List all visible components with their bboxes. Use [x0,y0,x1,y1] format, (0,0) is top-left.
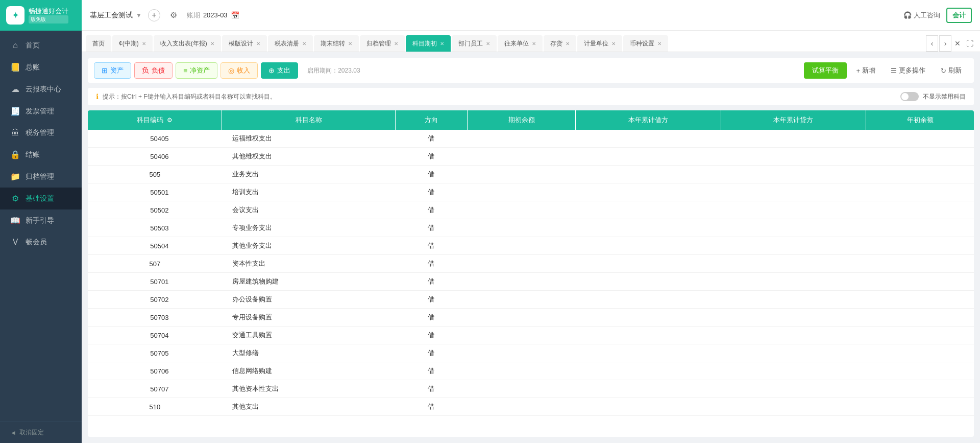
table-row[interactable]: 510其他支出借 [88,398,974,416]
more-ops-button[interactable]: ☰ 更多操作 [885,63,932,78]
tab-close-department[interactable]: ✕ [486,41,490,46]
sidebar-bottom[interactable]: ◄ 取消固定 [0,422,82,443]
tab-template[interactable]: 模版设计✕ [222,35,267,52]
table-row[interactable]: 50701房屋建筑物购建借 [88,273,974,291]
cell-year-opening [866,255,974,273]
table-row[interactable]: 50703专用设备购置借 [88,309,974,327]
add-button[interactable]: + 新增 [850,63,881,78]
tab-close-period_end[interactable]: ✕ [348,41,352,46]
cell-code: 50704 [88,327,222,344]
sidebar-item-ledger[interactable]: 📒 总账 [0,56,82,78]
tab-close-income_annual[interactable]: ✕ [210,41,214,46]
table-row[interactable]: 50501培训支出借 [88,183,974,201]
table-row[interactable]: 50405运福维权支出借 [88,130,974,148]
cell-year-debit [576,309,721,327]
tab-close-interim[interactable]: ✕ [142,41,146,46]
sidebar-item-member[interactable]: V 畅会员 [0,231,82,253]
cell-code: 50503 [88,219,222,237]
sidebar-item-invoice[interactable]: 🧾 发票管理 [0,100,82,122]
cell-year-debit [576,148,721,166]
cell-year-credit [721,291,866,309]
category-bar: ⊞ 资产 负 负债 ≡ 净资产 ◎ 收入 ⊕ 支出 启用期间：2023.03 试… [88,58,974,83]
tab-home[interactable]: 首页 [86,35,111,52]
tab-archive[interactable]: 归档管理✕ [360,35,405,52]
table-row[interactable]: 505业务支出借 [88,166,974,183]
sidebar-item-reports[interactable]: ☁ 云报表中心 [0,78,82,100]
help-button[interactable]: 🎧 人工咨询 [903,11,940,20]
cell-year-opening [866,380,974,398]
tab-tax_form[interactable]: 税表清册✕ [268,35,313,52]
th-direction: 方向 [395,110,467,130]
sidebar-item-archive[interactable]: 📁 归档管理 [0,166,82,188]
tabs-close-all-button[interactable]: ✕ [951,35,964,52]
settings-icon[interactable]: ⚙ [166,8,181,22]
tab-close-vendor[interactable]: ✕ [532,41,536,46]
tab-close-template[interactable]: ✕ [256,41,260,46]
tab-interim[interactable]: ¢(中期)✕ [112,35,153,52]
cell-opening-balance [467,309,576,327]
sidebar-item-home[interactable]: ⌂ 首页 [0,35,82,56]
cell-year-opening [866,327,974,344]
tabs-next-button[interactable]: › [939,35,951,52]
company-selector[interactable]: 基层工会测试 ▼ [90,11,142,20]
cell-year-credit [721,398,866,416]
sidebar-item-settings[interactable]: ⚙ 基础设置 [0,188,82,209]
cat-tab-expense[interactable]: ⊕ 支出 [261,62,298,79]
cell-year-opening [866,344,974,362]
table-row[interactable]: 50706信息网络购建借 [88,362,974,380]
cat-tab-income[interactable]: ◎ 收入 [220,62,258,79]
sidebar-collapse-icon: ◄ [10,429,16,436]
cat-tab-asset[interactable]: ⊞ 资产 [94,62,131,79]
cell-direction: 借 [395,166,467,183]
cell-opening-balance [467,344,576,362]
cat-tab-net_asset[interactable]: ≡ 净资产 [176,62,217,79]
tab-close-subject_init[interactable]: ✕ [440,41,444,46]
cell-opening-balance [467,148,576,166]
calc-balance-button[interactable]: 试算平衡 [804,62,847,79]
tab-subject_init[interactable]: 科目期初✕ [406,35,451,52]
table-row[interactable]: 50704交通工具购置借 [88,327,974,344]
tab-close-inventory[interactable]: ✕ [566,41,570,46]
add-company-button[interactable]: + [148,9,160,21]
column-settings-icon[interactable]: ⚙ [167,116,173,124]
cat-tab-liability[interactable]: 负 负债 [134,62,173,79]
table-wrap[interactable]: 科目编码 ⚙科目名称方向期初余额本年累计借方本年累计贷方年初余额 50405运福… [88,110,974,437]
cell-name: 办公设备购置 [222,291,396,309]
tab-inventory[interactable]: 存货✕ [544,35,576,52]
tab-income_annual[interactable]: 收入支出表(年报)✕ [154,35,221,52]
user-role-badge[interactable]: 会计 [946,8,972,23]
cell-year-debit [576,273,721,291]
table-row[interactable]: 50705大型修缮借 [88,344,974,362]
tab-currency[interactable]: 币种设置✕ [623,35,668,52]
sidebar-item-closing[interactable]: 🔒 结账 [0,144,82,166]
refresh-button[interactable]: ↻ 刷新 [935,63,968,78]
table-row[interactable]: 50406其他维权支出借 [88,148,974,166]
tab-unit[interactable]: 计量单位✕ [577,35,622,52]
tab-close-tax_form[interactable]: ✕ [302,41,306,46]
table-row[interactable]: 50503专项业务支出借 [88,219,974,237]
period-value[interactable]: 2023-03 [203,11,228,19]
table-row[interactable]: 50504其他业务支出借 [88,237,974,255]
tab-vendor[interactable]: 往来单位✕ [498,35,543,52]
tab-close-unit[interactable]: ✕ [611,41,616,46]
sidebar-item-icon-closing: 🔒 [10,150,20,159]
tab-close-archive[interactable]: ✕ [394,41,398,46]
tabs-expand-button[interactable]: ⛶ [964,35,976,52]
tabs-prev-button[interactable]: ‹ [926,35,938,52]
tab-department[interactable]: 部门员工✕ [452,35,497,52]
sidebar-item-icon-home: ⌂ [10,41,20,50]
table-row[interactable]: 50707其他资本性支出借 [88,380,974,398]
cell-year-opening [866,237,974,255]
period-calendar-icon[interactable]: 📅 [231,11,239,19]
sidebar-item-label-ledger: 总账 [26,63,40,72]
tab-close-currency[interactable]: ✕ [657,41,662,46]
sidebar-item-guide[interactable]: 📖 新手引导 [0,209,82,231]
cell-direction: 借 [395,219,467,237]
cell-opening-balance [467,327,576,344]
table-row[interactable]: 507资本性支出借 [88,255,974,273]
disable-toggle[interactable] [900,92,919,101]
table-row[interactable]: 50502会议支出借 [88,201,974,219]
tab-period_end[interactable]: 期末结转✕ [314,35,359,52]
sidebar-item-tax[interactable]: 🏛 税务管理 [0,122,82,144]
table-row[interactable]: 50702办公设备购置借 [88,291,974,309]
